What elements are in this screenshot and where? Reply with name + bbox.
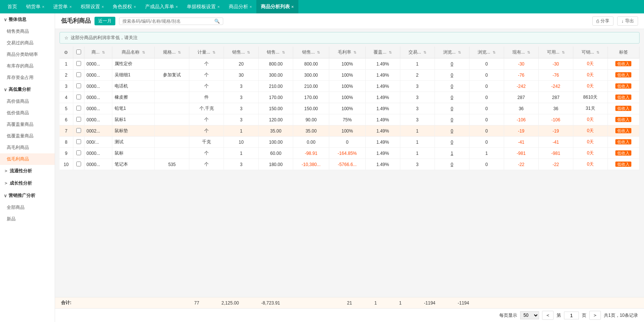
tag-badge: 低收入 [615,162,631,167]
sidebar-section-growth[interactable]: ＞ 成长性分析 [0,177,55,189]
col-code[interactable]: 商... ⇅ [84,47,112,58]
nav-template-close[interactable]: × [217,4,220,9]
sidebar-item-stock-capital[interactable]: 库存资金占用 [0,72,55,83]
row-checkbox[interactable] [76,61,81,66]
nav-product-in[interactable]: 产成品入库单 × [141,0,182,13]
tag-badge: 低收入 [615,128,631,133]
col-checkbox[interactable] [73,47,84,58]
row-trade: 1 [400,148,435,159]
nav-product-analysis-close[interactable]: × [250,4,252,9]
row-coverage: 1.49% [365,159,400,170]
sidebar-item-traded-products[interactable]: 交易过的商品 [0,37,55,49]
row-checkbox[interactable] [76,150,81,155]
col-name[interactable]: 商品名称 ⇅ [112,47,154,58]
col-view2[interactable]: 浏览... ⇅ [469,47,504,58]
per-page-select[interactable]: 50 100 200 [520,311,539,319]
sidebar-item-low-value[interactable]: 低价值商品 [0,107,55,119]
nav-sales-close[interactable]: × [42,4,44,9]
sidebar-item-sales-products[interactable]: 销售类商品 [0,26,55,37]
row-view1[interactable]: 0 [435,137,469,148]
sidebar-item-high-margin[interactable]: 高毛利商品 [0,142,55,153]
sidebar-item-high-coverage[interactable]: 高覆盖量商品 [0,119,55,130]
row-view1[interactable]: 0 [435,58,469,70]
col-sales-amount[interactable]: 销售... ⇅ [259,47,293,58]
row-view1[interactable]: 0 [435,103,469,114]
select-all-checkbox[interactable] [76,50,81,54]
row-checkbox[interactable] [76,95,81,99]
row-checkbox[interactable] [76,83,81,88]
next-page-btn[interactable]: ＞ [589,311,601,320]
col-view1[interactable]: 浏览... ⇅ [435,47,469,58]
sidebar-item-all-products[interactable]: 全部商品 [0,202,55,213]
nav-product-analysis[interactable]: 商品分析 × [224,0,256,13]
row-sales-qty: 1 [224,148,259,159]
nav-product-analysis-list-close[interactable]: × [291,4,294,9]
sidebar-item-low-margin[interactable]: 低毛利商品 [0,153,55,165]
nav-role[interactable]: 角色授权 × [108,0,140,13]
prev-page-btn[interactable]: ＜ [542,311,554,320]
share-button[interactable]: ⎙ 分享 [592,16,613,26]
row-view1[interactable]: 0 [435,114,469,125]
row-tag: 低收入 [608,114,639,125]
nav-permission-close[interactable]: × [102,4,104,9]
nav-product-in-close[interactable]: × [176,4,178,9]
sidebar-section-flow[interactable]: ＞ 流通性分析 [0,165,55,177]
row-no: 4 [60,92,73,103]
row-view1[interactable]: 0 [435,159,469,170]
sidebar-item-in-stock[interactable]: 有库存的商品 [0,60,55,72]
sidebar-section-overview[interactable]: ∨ 整体信息 [0,13,55,26]
row-gross-rate: 75% [329,114,365,125]
export-button[interactable]: ↓ 导出 [617,16,638,26]
col-sellable[interactable]: 可销... ⇅ [573,47,608,58]
row-checkbox[interactable] [76,128,81,133]
sidebar-section-highlow[interactable]: ∨ 高低量分析 [0,83,55,96]
row-view1[interactable]: 0 [435,125,469,137]
col-available[interactable]: 可用... ⇅ [538,47,573,58]
search-icon[interactable]: 🔍 [214,19,220,24]
col-sales-profit[interactable]: 销售... ⇅ [293,47,329,58]
row-view2: 0 [469,70,504,81]
filter-recent-btn[interactable]: 近一月 [94,17,115,25]
nav-product-analysis-list[interactable]: 商品分析列表 × [256,0,298,13]
sidebar-item-high-value[interactable]: 高价值商品 [0,96,55,107]
nav-sales[interactable]: 销货单 × [22,0,49,13]
col-settings[interactable]: ⚙ [60,47,73,58]
nav-permission[interactable]: 权限设置 × [76,0,108,13]
col-coverage[interactable]: 覆盖... ⇅ [365,47,400,58]
row-sellable: 0天 [573,70,608,81]
row-checkbox[interactable] [76,72,81,77]
row-sales-profit: -10,380... [293,159,329,170]
row-sales-amount: 800.00 [259,58,293,70]
data-table: ⚙ 商... ⇅ 商品名称 ⇅ 规格... ⇅ 计量... ⇅ 销售... ⇅ … [60,47,640,170]
nav-home[interactable]: 首页 [3,0,22,13]
row-sales-profit: 0.00 [293,137,329,148]
row-gross-rate: 100% [329,125,365,137]
row-checkbox[interactable] [76,162,81,166]
sidebar-item-low-coverage[interactable]: 低覆盖量商品 [0,130,55,142]
row-available: -981 [538,148,573,159]
row-checkbox[interactable] [76,106,81,111]
sidebar-item-new-products[interactable]: 新品 [0,213,55,225]
row-view1[interactable]: 0 [435,92,469,103]
col-spec[interactable]: 规格... ⇅ [155,47,189,58]
row-view1[interactable]: 1 [435,148,469,159]
nav-template[interactable]: 单据模板设置 × [182,0,224,13]
row-view1[interactable]: 0 [435,70,469,81]
nav-role-close[interactable]: × [134,4,136,9]
sidebar-item-category-rate[interactable]: 商品分类助销率 [0,49,55,60]
sidebar-section-marketing[interactable]: ∨ 营销推广分析 [0,189,55,202]
col-current-stock[interactable]: 现有... ⇅ [504,47,538,58]
search-input[interactable] [122,19,214,24]
col-trade[interactable]: 交易... ⇅ [400,47,435,58]
col-unit[interactable]: 计量... ⇅ [189,47,224,58]
col-gross-rate[interactable]: 毛利率 ⇅ [329,47,365,58]
row-checkbox[interactable] [76,117,81,122]
row-view1[interactable]: 0 [435,81,469,92]
col-sales-qty[interactable]: 销售... ⇅ [224,47,259,58]
row-sales-qty: 10 [224,137,259,148]
row-checkbox[interactable] [76,139,81,144]
page-number-input[interactable] [564,312,579,319]
nav-purchase[interactable]: 进货单 × [49,0,76,13]
nav-purchase-close[interactable]: × [69,4,71,9]
tag-badge: 低收入 [615,83,631,89]
